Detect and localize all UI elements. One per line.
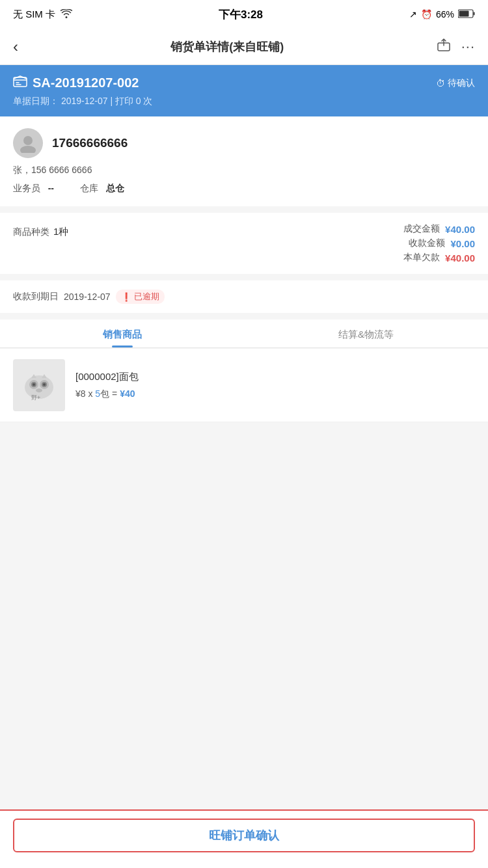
order-icon (13, 75, 27, 90)
product-total: ¥40 (120, 388, 135, 399)
date-label: 单据日期： (13, 96, 59, 106)
svg-rect-4 (14, 77, 27, 87)
product-name: [0000002]面包 (75, 371, 475, 383)
warehouse-label: 仓库 (80, 183, 98, 193)
bottom-bar: 旺铺订单确认 (0, 809, 488, 868)
nav-actions: ··· (437, 38, 475, 55)
tab-settlement-logistics[interactable]: 结算&物流等 (244, 319, 488, 347)
tab-sales-products[interactable]: 销售商品 (0, 319, 244, 347)
location-icon: ↗ (409, 9, 417, 20)
overdue-amount-label: 本单欠款 (403, 252, 440, 264)
overdue-amount-value: ¥40.00 (445, 252, 475, 264)
order-date-row: 单据日期： 2019-12-07 | 打印 0 次 (13, 96, 475, 107)
salesperson-label: 业务员 (13, 183, 40, 193)
battery-label: 66% (436, 9, 454, 20)
customer-meta: 业务员 -- 仓库 总仓 (13, 183, 475, 195)
page-title: 销货单详情(来自旺铺) (170, 39, 284, 55)
order-id-text: SA-20191207-002 (33, 75, 139, 90)
collection-amount-label: 收款金额 (409, 237, 445, 249)
warehouse-value: 总仓 (106, 183, 124, 193)
alarm-icon: ⏰ (421, 9, 432, 20)
more-icon[interactable]: ··· (461, 38, 475, 55)
svg-point-13 (43, 383, 46, 386)
summary-card: 商品种类 1种 成交金额 ¥40.00 收款金额 ¥0.00 本单欠款 ¥40.… (0, 213, 488, 274)
svg-rect-1 (473, 12, 474, 15)
status-text: 待确认 (448, 77, 475, 89)
product-item: 野+ [0000002]面包 ¥8 x 5包 = ¥40 (0, 349, 488, 422)
due-date-value: 2019-12-07 (64, 292, 111, 302)
svg-rect-2 (459, 10, 468, 16)
print-label: | 打印 0 次 (110, 96, 152, 106)
date-value: 2019-12-07 (61, 96, 108, 106)
amounts-section: 成交金额 ¥40.00 收款金额 ¥0.00 本单欠款 ¥40.00 (223, 223, 475, 264)
confirm-button-label: 旺铺订单确认 (209, 828, 279, 843)
order-header: SA-20191207-002 ⏱ 待确认 单据日期： 2019-12-07 |… (0, 65, 488, 116)
customer-phone: 17666666666 (52, 136, 128, 150)
order-id-row: SA-20191207-002 (13, 75, 139, 90)
product-list: 野+ [0000002]面包 ¥8 x 5包 = ¥40 (0, 349, 488, 422)
tabs: 销售商品 结算&物流等 (0, 319, 488, 348)
svg-point-12 (33, 383, 35, 386)
status-left: 无 SIM 卡 (13, 8, 72, 21)
total-eq-label: = (109, 388, 120, 399)
collection-amount-value: ¥0.00 (450, 238, 475, 249)
overdue-icon: ❗ (121, 292, 131, 302)
price-label: ¥8 x (75, 388, 95, 399)
tab-settlement-logistics-label: 结算&物流等 (338, 329, 394, 340)
order-status: ⏱ 待确认 (436, 77, 475, 89)
product-types-label: 商品种类 (13, 226, 49, 238)
product-price: ¥8 x 5包 = ¥40 (75, 388, 475, 400)
status-right: ↗ ⏰ 66% (409, 9, 475, 20)
confirm-order-button[interactable]: 旺铺订单确认 (13, 819, 475, 852)
product-qty: 5 (95, 388, 100, 399)
warehouse-row: 仓库 总仓 (80, 183, 124, 195)
status-time: 下午3:28 (219, 7, 263, 22)
svg-point-14 (36, 388, 42, 392)
deal-amount-value: ¥40.00 (445, 224, 475, 235)
product-types-value: 1种 (53, 226, 68, 238)
avatar (13, 128, 43, 158)
salesperson-row: 业务员 -- (13, 183, 54, 195)
qty-unit: 包 (100, 388, 109, 399)
tab-sales-products-label: 销售商品 (103, 329, 142, 340)
empty-area (0, 422, 488, 552)
due-date-label: 收款到期日 (13, 291, 59, 303)
overdue-badge: ❗ 已逾期 (116, 290, 165, 304)
wifi-icon (61, 9, 72, 20)
back-button[interactable]: ‹ (13, 38, 18, 56)
deal-amount-label: 成交金额 (403, 223, 440, 235)
overdue-text: 已逾期 (134, 291, 159, 303)
deal-amount-row: 成交金额 ¥40.00 (223, 223, 475, 235)
share-icon[interactable] (437, 38, 451, 55)
salesperson-value: -- (48, 183, 54, 193)
due-date-bar: 收款到期日 2019-12-07 ❗ 已逾期 (0, 280, 488, 313)
product-info: [0000002]面包 ¥8 x 5包 = ¥40 (75, 371, 475, 400)
status-clock-icon: ⏱ (436, 78, 445, 88)
product-thumbnail: 野+ (13, 359, 65, 411)
product-types-section: 商品种类 1种 (13, 223, 223, 238)
nav-bar: ‹ 销货单详情(来自旺铺) ··· (0, 29, 488, 65)
collection-amount-row: 收款金额 ¥0.00 (223, 237, 475, 249)
status-bar: 无 SIM 卡 下午3:28 ↗ ⏰ 66% (0, 0, 488, 29)
customer-name-phone: 张，156 6666 6666 (13, 165, 475, 176)
overdue-amount-row: 本单欠款 ¥40.00 (223, 252, 475, 264)
carrier-label: 无 SIM 卡 (13, 8, 55, 21)
svg-point-6 (20, 146, 36, 153)
customer-card: 17666666666 张，156 6666 6666 业务员 -- 仓库 总仓 (0, 116, 488, 206)
svg-point-5 (23, 136, 33, 145)
svg-text:野+: 野+ (31, 394, 40, 401)
battery-icon (458, 9, 475, 20)
